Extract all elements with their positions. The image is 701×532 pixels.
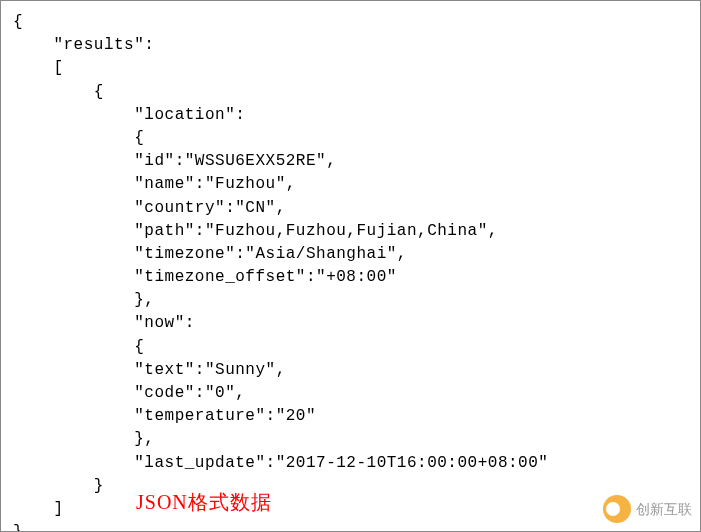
code-line: }, xyxy=(13,428,688,451)
caption-text: JSON格式数据 xyxy=(136,488,272,517)
watermark-logo-icon xyxy=(603,495,631,523)
code-line: { xyxy=(13,127,688,150)
watermark: 创新互联 xyxy=(603,495,692,523)
code-line: "last_update":"2017-12-10T16:00:00+08:00… xyxy=(13,452,688,475)
code-line: { xyxy=(13,336,688,359)
code-block: { "results": [ { "location": { "id":"WSS… xyxy=(13,11,688,532)
code-line: { xyxy=(13,11,688,34)
code-line: "path":"Fuzhou,Fuzhou,Fujian,China", xyxy=(13,220,688,243)
code-line: } xyxy=(13,521,688,532)
code-line: } xyxy=(13,475,688,498)
code-line: "text":"Sunny", xyxy=(13,359,688,382)
code-line: "country":"CN", xyxy=(13,197,688,220)
code-line: "results": xyxy=(13,34,688,57)
code-line: "timezone":"Asia/Shanghai", xyxy=(13,243,688,266)
code-line: ] xyxy=(13,498,688,521)
code-line: "id":"WSSU6EXX52RE", xyxy=(13,150,688,173)
code-line: "timezone_offset":"+08:00" xyxy=(13,266,688,289)
code-line: "code":"0", xyxy=(13,382,688,405)
code-line: { xyxy=(13,81,688,104)
code-line: "location": xyxy=(13,104,688,127)
code-line: [ xyxy=(13,57,688,80)
watermark-text: 创新互联 xyxy=(636,499,692,519)
code-line: }, xyxy=(13,289,688,312)
code-line: "now": xyxy=(13,312,688,335)
code-line: "temperature":"20" xyxy=(13,405,688,428)
code-line: "name":"Fuzhou", xyxy=(13,173,688,196)
